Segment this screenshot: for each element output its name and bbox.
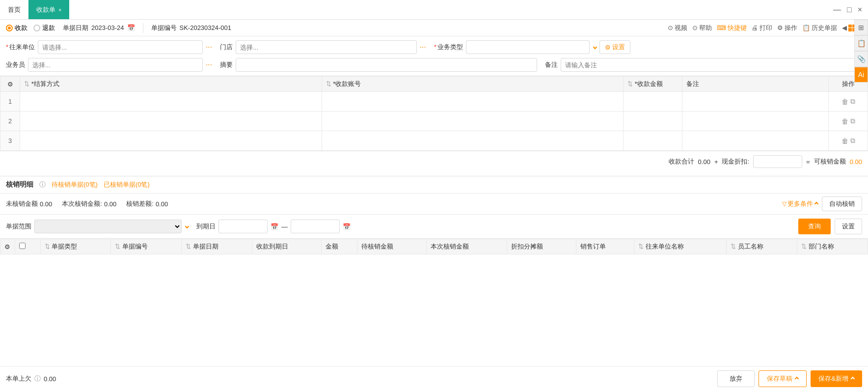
row-2-account[interactable]: [322, 112, 624, 131]
filter-settings-button[interactable]: 设置: [835, 219, 862, 234]
uncleared-stat: 未核销金额 0.00: [6, 199, 52, 208]
more-conditions-button[interactable]: ▽ 更多条件: [782, 199, 818, 208]
calendar-icon-start[interactable]: 📅: [271, 223, 278, 230]
right-sidebar: ⊞ 📋 📎 Ai: [854, 20, 868, 83]
summary-input[interactable]: [236, 58, 537, 72]
filter-range-select[interactable]: [34, 220, 182, 233]
pending-tab-link[interactable]: 待核销单据(0笔): [52, 180, 98, 189]
remark-label: 备注: [545, 60, 558, 69]
sidebar-icon-2[interactable]: 📋: [854, 35, 868, 51]
help-button[interactable]: ⊙ 帮助: [692, 24, 712, 32]
filter-buttons: 查询 设置: [798, 219, 862, 234]
home-tab[interactable]: 首页: [0, 0, 28, 19]
verification-filter-row: 单据范围 到期日 2022-04-01 📅 — 2022-04-12 📅 查询: [0, 215, 868, 239]
receipt-tab[interactable]: 收款单 ×: [28, 0, 69, 19]
radio-tuikuan[interactable]: 退款: [33, 24, 55, 32]
uncleared-label: 未核销金额: [6, 199, 38, 208]
more-conditions-label: 更多条件: [787, 199, 813, 208]
setting-button[interactable]: ⚙ 设置: [599, 40, 630, 54]
gear-icon-detail[interactable]: ⚙: [4, 243, 10, 251]
receipt-table-section: ⚙ ⇅ *结算方式 ⇅ *收款账号 ⇅ *收款金额 备注 操作: [0, 76, 868, 151]
row-3-pay-method[interactable]: [20, 131, 322, 151]
row-3-amount[interactable]: [624, 131, 682, 151]
detail-table: ⚙ ⇅ 单据类型 ⇅ 单据编号: [0, 239, 868, 254]
select-all-checkbox[interactable]: [19, 243, 26, 249]
save-draft-button[interactable]: 保存草稿: [759, 370, 807, 387]
row-2-delete-button[interactable]: 🗑: [841, 117, 848, 125]
date-value: 2023-03-24: [91, 24, 124, 31]
footer-info: 本单上欠 ⓘ 0.00: [6, 374, 56, 383]
date-start-input[interactable]: 2022-04-01: [218, 220, 268, 233]
discount-input[interactable]: [753, 155, 802, 168]
th-doc-type: ⇅ 单据类型: [40, 239, 111, 254]
print-button[interactable]: 🖨 打印: [752, 24, 772, 32]
store-label: 门店: [220, 43, 233, 52]
row-3-delete-button[interactable]: 🗑: [841, 137, 848, 145]
sort-icon[interactable]: ⇅: [638, 243, 644, 250]
staff-more-icon[interactable]: ···: [206, 61, 212, 69]
row-1-delete-button[interactable]: 🗑: [841, 97, 848, 106]
gear-icon[interactable]: ⚙: [7, 81, 13, 88]
window-close-button[interactable]: ×: [856, 3, 864, 16]
row-1-pay-method[interactable]: [20, 92, 322, 112]
help-icon: ⊙: [692, 24, 698, 31]
page-footer: 本单上欠 ⓘ 0.00 放弃 保存草稿 保存&新增: [0, 366, 868, 391]
partner-input[interactable]: [38, 40, 203, 54]
operate-button[interactable]: ⚙ 操作: [777, 24, 797, 32]
date-end-input[interactable]: 2022-04-12: [291, 220, 340, 233]
verification-info-icon[interactable]: ⓘ: [39, 180, 46, 189]
video-button[interactable]: ⊙ 视频: [668, 24, 687, 32]
partner-label: *往来单位: [6, 43, 35, 52]
row-1-remark[interactable]: [682, 92, 829, 112]
sort-icon[interactable]: ⇅: [801, 243, 807, 250]
tab-close-icon[interactable]: ×: [58, 7, 61, 13]
row-3-actions: 🗑 ⧉: [829, 131, 868, 151]
sort-icon[interactable]: ⇅: [24, 80, 29, 87]
business-dropdown-icon[interactable]: [593, 45, 597, 49]
save-new-button[interactable]: 保存&新增: [811, 370, 862, 387]
sort-icon[interactable]: ⇅: [731, 243, 736, 250]
row-3-copy-button[interactable]: ⧉: [850, 137, 855, 145]
partner-more-icon[interactable]: ···: [206, 43, 212, 51]
store-input[interactable]: [236, 40, 417, 54]
staff-input[interactable]: [28, 58, 203, 72]
video-label: 视频: [675, 24, 687, 32]
shortcut-button[interactable]: ⌨ 快捷键: [717, 24, 747, 32]
row-1-amount[interactable]: [624, 92, 682, 112]
row-3-remark[interactable]: [682, 131, 829, 151]
sort-icon[interactable]: ⇅: [45, 243, 50, 250]
remark-input[interactable]: [561, 58, 862, 72]
sort-icon[interactable]: ⇅: [186, 243, 191, 250]
window-maximize-button[interactable]: □: [845, 3, 854, 16]
window-minimize-button[interactable]: —: [831, 3, 843, 16]
row-1-account[interactable]: [322, 92, 624, 112]
sort-icon-2[interactable]: ⇅: [326, 80, 331, 87]
nav-prev-icon[interactable]: ◀: [842, 24, 847, 31]
store-more-icon[interactable]: ···: [420, 43, 426, 51]
row-2-copy-button[interactable]: ⧉: [850, 117, 855, 125]
video-icon: ⊙: [668, 24, 673, 31]
sidebar-icon-3[interactable]: 📎: [854, 51, 868, 67]
business-input[interactable]: 预收款: [466, 40, 590, 54]
sort-icon-3[interactable]: ⇅: [627, 80, 633, 87]
sidebar-icon-4[interactable]: Ai: [854, 67, 868, 83]
history-button[interactable]: 📋 历史单据: [802, 24, 837, 32]
row-2-amount[interactable]: [624, 112, 682, 131]
row-3-account[interactable]: [322, 131, 624, 151]
row-1-copy-button[interactable]: ⧉: [850, 97, 855, 106]
row-2-pay-method[interactable]: [20, 112, 322, 131]
discard-button[interactable]: 放弃: [717, 370, 755, 387]
radio-shoukuan[interactable]: 收款: [6, 24, 27, 32]
calendar-icon-end[interactable]: 📅: [343, 223, 351, 230]
row-2-remark[interactable]: [682, 112, 829, 131]
tab-label: 收款单: [36, 5, 55, 14]
row-2-num: 2: [0, 112, 20, 131]
done-tab-link[interactable]: 已核销单据(0笔): [104, 180, 150, 189]
auto-clear-button[interactable]: 自动核销: [822, 196, 862, 211]
calendar-icon[interactable]: 📅: [127, 24, 135, 31]
sidebar-icon-1[interactable]: ⊞: [854, 20, 868, 35]
sort-icon[interactable]: ⇅: [115, 243, 120, 250]
info-circle-icon[interactable]: ⓘ: [34, 374, 41, 383]
th-account-label: *收款账号: [333, 80, 361, 87]
query-button[interactable]: 查询: [798, 219, 831, 234]
